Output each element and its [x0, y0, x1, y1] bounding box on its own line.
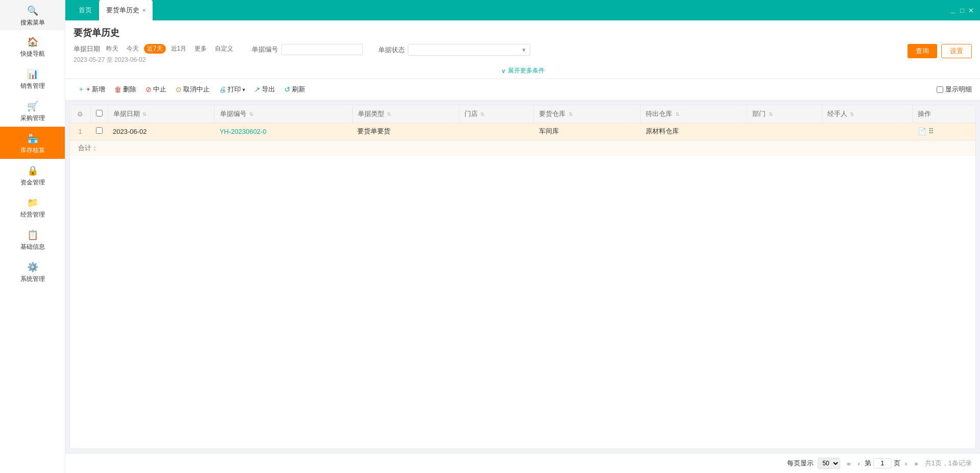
print-chevron-icon: ▾	[242, 87, 245, 92]
row-store	[459, 123, 533, 140]
first-page-btn[interactable]: «	[844, 459, 853, 468]
stop-icon: ⊘	[145, 85, 152, 93]
row-more-btn[interactable]: ⠿	[928, 127, 934, 135]
maximize-btn[interactable]: □	[960, 7, 964, 14]
sidebar-item-system[interactable]: ⚙️ 系统管理	[0, 255, 65, 288]
delete-button[interactable]: 🗑 删除	[110, 83, 140, 96]
last-page-btn[interactable]: »	[912, 459, 920, 468]
status-label: 单据状态	[378, 45, 405, 55]
tab-requisition-history[interactable]: 要货单历史 ×	[99, 0, 153, 20]
stop-button[interactable]: ⊘ 中止	[141, 83, 170, 96]
sort-handler-icon: ⇅	[850, 111, 854, 117]
shortcut-custom[interactable]: 自定义	[212, 44, 236, 54]
col-date[interactable]: 单据日期 ⇅	[108, 105, 214, 123]
print-label: 打印	[228, 85, 241, 94]
cancel-label: 取消中止	[183, 85, 210, 94]
sidebar-item-label: 基础信息	[20, 243, 45, 251]
shortcut-7days[interactable]: 近7天	[144, 44, 166, 54]
sidebar-item-operations[interactable]: 📁 经营管理	[0, 191, 65, 223]
search-icon: 🔍	[27, 5, 38, 16]
sidebar-item-base-info[interactable]: 📋 基础信息	[0, 223, 65, 255]
row-order-no[interactable]: YH-20230602-0	[214, 123, 352, 140]
requisition-table: ⚙ 单据日期 ⇅ 单据编号 ⇅ 单据类型	[70, 105, 975, 140]
sidebar-item-search[interactable]: 🔍 搜索菜单	[0, 0, 65, 30]
sidebar-item-label: 搜索菜单	[20, 18, 45, 27]
next-page-btn[interactable]: ›	[902, 459, 910, 468]
order-no-input[interactable]	[281, 44, 363, 55]
page-title: 要货单历史	[74, 27, 972, 39]
print-button[interactable]: 🖨 打印 ▾	[215, 83, 249, 96]
col-pending-warehouse[interactable]: 待出仓库 ⇅	[641, 105, 747, 123]
cancel-stop-button[interactable]: ⊙ 取消中止	[172, 83, 214, 96]
date-shortcuts: 昨天 今天 近7天 近1月 更多 自定义	[103, 44, 236, 54]
display-detail-label: 显示明细	[945, 85, 972, 94]
col-order-no[interactable]: 单据编号 ⇅	[214, 105, 352, 123]
prev-page-btn[interactable]: ‹	[855, 459, 863, 468]
display-detail-checkbox[interactable]	[937, 86, 943, 93]
col-operations: 操作	[913, 105, 975, 123]
print-icon: 🖨	[219, 85, 226, 93]
row-ops: 📄 ⠿	[913, 123, 975, 140]
sidebar-item-purchase[interactable]: 🛒 采购管理	[0, 94, 65, 127]
close-tab-icon[interactable]: ×	[142, 7, 145, 13]
shortcut-1month[interactable]: 近1月	[168, 44, 190, 54]
settings-button[interactable]: 设置	[941, 44, 972, 58]
order-no-link[interactable]: YH-20230602-0	[219, 128, 266, 135]
sidebar-item-label: 系统管理	[20, 275, 45, 283]
chevron-down-icon: ▾	[522, 46, 526, 54]
warehouse-icon: 🏪	[27, 133, 38, 144]
row-edit-btn[interactable]: 📄	[918, 127, 926, 135]
delete-label: 删除	[123, 85, 136, 94]
sort-dept-icon: ⇅	[769, 111, 773, 117]
total-info: 共1页，1条记录	[925, 459, 972, 468]
table-row: 1 2023-06-02 YH-20230602-0 要货单要货 车间库 原材料…	[70, 123, 975, 140]
add-button[interactable]: ＋ + 新增	[74, 83, 109, 96]
col-department[interactable]: 部门 ⇅	[747, 105, 822, 123]
page-size-select[interactable]: 50	[818, 458, 840, 469]
row-checkbox-cell[interactable]	[90, 123, 108, 140]
display-detail-toggle[interactable]: 显示明细	[937, 85, 972, 94]
sort-store-icon: ⇅	[480, 111, 484, 117]
export-button[interactable]: ↗ 导出	[250, 83, 279, 96]
query-button[interactable]: 查询	[908, 44, 937, 58]
shortcut-more[interactable]: 更多	[191, 44, 210, 54]
minimize-btn[interactable]: ＿	[949, 6, 956, 15]
select-all-checkbox[interactable]	[96, 110, 103, 116]
main-area: 首页 要货单历史 × ＿ □ ✕ 要货单历史 单据日期 昨天	[65, 0, 980, 473]
tab-home[interactable]: 首页	[71, 0, 99, 20]
col-handler[interactable]: 经手人 ⇅	[822, 105, 913, 123]
home-icon: 🏠	[27, 36, 38, 48]
page-label: 第	[865, 459, 871, 468]
window-close-btn[interactable]: ✕	[968, 7, 974, 14]
sidebar-item-sales[interactable]: 📊 销售管理	[0, 62, 65, 94]
date-filter-label: 单据日期	[74, 44, 100, 54]
refresh-button[interactable]: ↺ 刷新	[280, 83, 309, 96]
shortcut-yesterday[interactable]: 昨天	[103, 44, 121, 54]
expand-more-btn[interactable]: ∨ 展开更多条件	[74, 64, 972, 78]
status-select[interactable]: ▾	[408, 44, 530, 56]
refresh-icon: ↺	[284, 85, 290, 93]
sidebar-item-inventory[interactable]: 🏪 库存核算	[0, 127, 65, 159]
row-checkbox[interactable]	[96, 127, 103, 134]
row-req-warehouse: 车间库	[534, 123, 641, 140]
page-size-label: 每页显示	[787, 459, 814, 468]
col-req-warehouse[interactable]: 要货仓库 ⇅	[534, 105, 641, 123]
shortcut-today[interactable]: 今天	[124, 44, 142, 54]
chart-icon: 📊	[27, 68, 38, 80]
sidebar-item-quick-nav[interactable]: 🏠 快捷导航	[0, 30, 65, 62]
sidebar-item-finance[interactable]: 🔒 资金管理	[0, 159, 65, 191]
col-settings[interactable]: ⚙	[70, 105, 90, 123]
export-label: 导出	[262, 85, 275, 94]
add-label: + 新增	[86, 85, 105, 94]
chevron-down-icon: ∨	[501, 67, 506, 75]
col-store[interactable]: 门店 ⇅	[459, 105, 533, 123]
lock-icon: 🔒	[27, 165, 38, 176]
page-header: 要货单历史 单据日期 昨天 今天 近7天 近1月 更多 自定义	[65, 20, 980, 79]
page-unit: 页	[894, 459, 900, 468]
page-input[interactable]	[873, 458, 892, 468]
summary-label: 合计：	[78, 144, 98, 152]
page-navigation: « ‹ 第 页 › »	[844, 458, 920, 468]
col-checkbox	[90, 105, 108, 123]
sort-ordertype-icon: ⇅	[387, 111, 391, 117]
col-order-type[interactable]: 单据类型 ⇅	[352, 105, 459, 123]
